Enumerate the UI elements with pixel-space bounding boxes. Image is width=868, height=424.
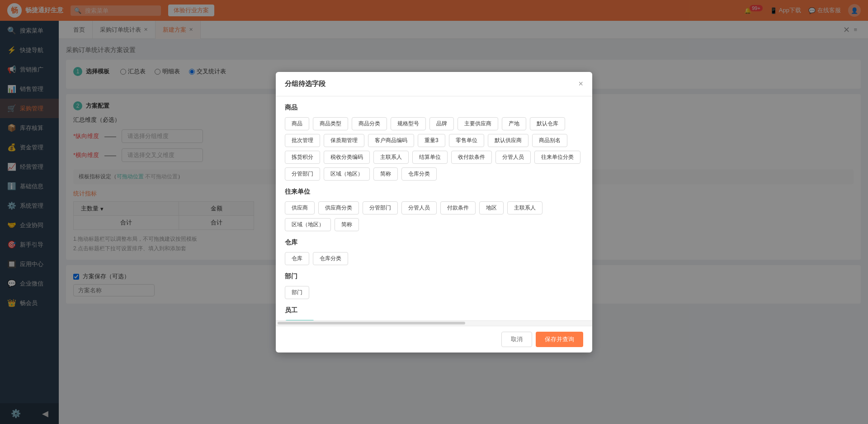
field-tags-商品: 商品商品类型商品分类规格型号品牌主要供应商产地默认仓库批次管理保质期管理客户商品… bbox=[285, 117, 583, 181]
field-tag-仓库分类[interactable]: 仓库分类 bbox=[313, 252, 348, 265]
field-tag-分管人员[interactable]: 分管人员 bbox=[401, 201, 437, 214]
field-tag-税收分类编码[interactable]: 税收分类编码 bbox=[324, 151, 370, 164]
field-tag-默认仓库[interactable]: 默认仓库 bbox=[530, 117, 565, 130]
modal-title: 分组待选字段 bbox=[285, 80, 326, 88]
field-tag-结算单位[interactable]: 结算单位 bbox=[412, 151, 448, 164]
field-tag-批次管理[interactable]: 批次管理 bbox=[285, 134, 320, 147]
field-tag-零售单位[interactable]: 零售单位 bbox=[449, 134, 484, 147]
field-tag-商品类型[interactable]: 商品类型 bbox=[313, 117, 348, 130]
field-tag-主联系人[interactable]: 主联系人 bbox=[373, 151, 409, 164]
field-tag-默认供应商[interactable]: 默认供应商 bbox=[488, 134, 528, 147]
field-tag-分管部门[interactable]: 分管部门 bbox=[285, 167, 320, 181]
field-tag-产地[interactable]: 产地 bbox=[502, 117, 526, 130]
modal-header: 分组待选字段 × bbox=[276, 72, 592, 96]
field-tag-客户商品编码[interactable]: 客户商品编码 bbox=[368, 134, 414, 147]
field-tag-区域（地区）[interactable]: 区域（地区） bbox=[324, 167, 370, 181]
field-tag-仓库[interactable]: 仓库 bbox=[285, 252, 309, 265]
field-tag-区域（地区）[interactable]: 区域（地区） bbox=[285, 218, 331, 231]
field-tag-商品分类[interactable]: 商品分类 bbox=[352, 117, 387, 130]
modal-footer: 取消 保存并查询 bbox=[276, 326, 592, 353]
section-title-仓库: 仓库 bbox=[285, 238, 583, 247]
field-tag-拣货积分[interactable]: 拣货积分 bbox=[285, 151, 320, 164]
field-tag-规格型号[interactable]: 规格型号 bbox=[391, 117, 426, 130]
field-tag-分管人员[interactable]: 分管人员 bbox=[495, 151, 531, 164]
field-tag-供应商分类[interactable]: 供应商分类 bbox=[318, 201, 359, 214]
field-tag-主要供应商[interactable]: 主要供应商 bbox=[458, 117, 498, 130]
field-tag-商品别名[interactable]: 商品别名 bbox=[532, 134, 567, 147]
field-tags-往来单位: 供应商供应商分类分管部门分管人员付款条件地区主联系人区域（地区）简称 bbox=[285, 201, 583, 231]
field-selection-modal: 分组待选字段 × 商品商品商品类型商品分类规格型号品牌主要供应商产地默认仓库批次… bbox=[276, 72, 592, 353]
section-title-商品: 商品 bbox=[285, 104, 583, 112]
field-tag-商品[interactable]: 商品 bbox=[285, 117, 309, 130]
field-tag-主联系人[interactable]: 主联系人 bbox=[507, 201, 542, 214]
section-title-员工: 员工 bbox=[285, 306, 583, 314]
modal-overlay: 分组待选字段 × 商品商品商品类型商品分类规格型号品牌主要供应商产地默认仓库批次… bbox=[0, 0, 868, 424]
field-tag-品牌[interactable]: 品牌 bbox=[429, 117, 454, 130]
field-tag-简称[interactable]: 简称 bbox=[373, 167, 398, 181]
field-tag-往来单位分类[interactable]: 往来单位分类 bbox=[534, 151, 580, 164]
field-tag-付款条件[interactable]: 付款条件 bbox=[440, 201, 476, 214]
field-tag-收付款条件[interactable]: 收付款条件 bbox=[451, 151, 492, 164]
field-tag-简称[interactable]: 简称 bbox=[335, 218, 359, 231]
field-tag-部门[interactable]: 部门 bbox=[285, 286, 309, 299]
confirm-btn[interactable]: 保存并查询 bbox=[536, 332, 583, 347]
section-title-部门: 部门 bbox=[285, 272, 583, 281]
field-tag-仓库分类[interactable]: 仓库分类 bbox=[401, 167, 437, 181]
modal-horizontal-scrollbar[interactable] bbox=[276, 320, 592, 326]
field-tag-分管部门[interactable]: 分管部门 bbox=[363, 201, 398, 214]
modal-body: 商品商品商品类型商品分类规格型号品牌主要供应商产地默认仓库批次管理保质期管理客户… bbox=[276, 96, 592, 320]
field-tag-重量3[interactable]: 重量3 bbox=[418, 134, 445, 147]
cancel-btn[interactable]: 取消 bbox=[501, 332, 532, 347]
field-tag-地区[interactable]: 地区 bbox=[479, 201, 504, 214]
field-tags-仓库: 仓库仓库分类 bbox=[285, 252, 583, 265]
section-title-往来单位: 往来单位 bbox=[285, 188, 583, 196]
modal-close-btn[interactable]: × bbox=[578, 79, 583, 89]
field-tags-部门: 部门 bbox=[285, 286, 583, 299]
field-tag-供应商[interactable]: 供应商 bbox=[285, 201, 315, 214]
hscroll-thumb[interactable] bbox=[278, 322, 465, 324]
field-tag-保质期管理[interactable]: 保质期管理 bbox=[324, 134, 364, 147]
